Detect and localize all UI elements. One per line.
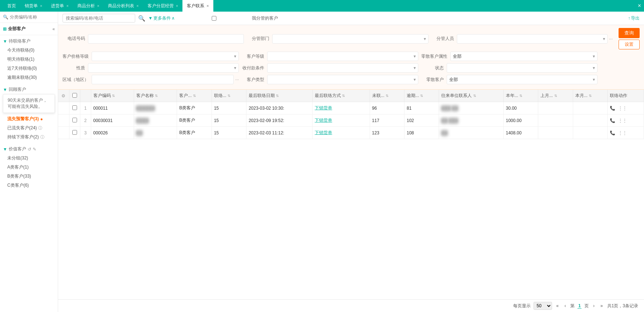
sidebar-search-icon: 🔍 [3,15,8,20]
nav-customer-tier[interactable]: 客户分层经营 × [143,0,182,12]
warning-icon: ● [40,117,43,122]
row-last-method[interactable]: 下销货单 [312,114,370,127]
region-more-btn[interactable]: ··· [235,77,239,82]
sidebar-item-tomorrow-pending[interactable]: 明天待联络(1) [0,55,58,64]
query-button[interactable]: 查询 [619,28,640,38]
nav-sales-order[interactable]: 销货单 × [20,0,47,12]
refresh-icon[interactable]: ↺ [28,147,31,152]
col-settings[interactable]: ⚙ [58,90,69,102]
filter-price-grade-select[interactable]: ▾ [92,52,239,61]
filter-nature-select[interactable]: ▾ [88,63,239,73]
filter-status-select[interactable]: ▾ [447,63,597,73]
col-last-date[interactable]: 最后联络日期 ⇅ [246,90,313,102]
search-button[interactable]: 🔍 [138,15,145,22]
sidebar-item-week-pending[interactable]: 近7天待联络(0) [0,64,58,73]
col-type[interactable]: 客户... ⇅ [177,90,212,102]
col-contact[interactable]: 联络... ⇅ [212,90,246,102]
settings-button[interactable]: 设置 [619,40,640,49]
person-more-btn[interactable]: ··· [609,36,613,41]
export-button[interactable]: ↑ 导出 [628,15,640,21]
sidebar-item-overdue-pending[interactable]: 逾期未联络(30) [0,73,58,82]
row-checkbox[interactable] [72,118,77,122]
sidebar-item-churn-warning[interactable]: 流失预警客户(3) ● [0,114,58,123]
select-all-checkbox[interactable] [72,93,77,98]
sidebar-item-ungrouped[interactable]: 未分组(32) [0,154,58,163]
sidebar-group-review-header[interactable]: ▼ 回顾客户 [0,85,58,94]
more-conditions-button[interactable]: ▼ 更多条件 ∧ [148,15,175,21]
sidebar-item-class-b[interactable]: B类客户(33) [0,172,58,181]
search-input[interactable] [63,14,135,23]
close-customer-tier[interactable]: × [176,4,178,8]
row-last-method[interactable]: 下销货单 [312,102,370,114]
filter-phone-input[interactable] [88,34,244,44]
nav-home[interactable]: 首页 [3,0,20,12]
more-action-icon[interactable]: ⋮⋮ [618,118,627,123]
contact-icon[interactable]: 📞 [610,106,615,111]
sidebar-item-today-pending[interactable]: 今天待联络(0) [0,46,58,55]
collapse-sidebar-icon[interactable]: « [52,27,55,32]
last-page-button[interactable]: » [599,303,604,309]
filter-person-label: 分管人员 [431,36,457,42]
row-last-month [538,127,573,139]
close-purchase-order[interactable]: × [66,4,68,8]
my-customers-checkbox[interactable] [178,16,250,21]
close-product-analysis[interactable]: × [97,4,99,8]
more-action-icon[interactable]: ⋮⋮ [618,106,627,111]
col-overdue[interactable]: 逾期... ⇅ [404,90,439,102]
sidebar-group-pending-header[interactable]: ▼ 待联络客户 [0,37,58,46]
filter-grade-select[interactable]: ▾ [267,52,418,61]
filter-customer-type-select[interactable]: ▾ [267,75,418,84]
sidebar-search-bar: 🔍 [0,12,58,23]
prev-page-button[interactable]: ‹ [563,303,567,309]
more-action-icon[interactable]: ⋮⋮ [618,130,627,135]
nav-purchase-order[interactable]: 进货单 × [47,0,73,12]
sidebar-item-churned[interactable]: 已流失客户(24) ⓘ [0,123,58,133]
col-this-month[interactable]: 本月... ⇅ [573,90,607,102]
sidebar-all-customers[interactable]: ⊞ 全部客户 « [0,23,58,35]
first-page-button[interactable]: « [555,303,560,309]
filter-region-input[interactable] [92,75,234,84]
filter-casual-select[interactable]: 全部 ▾ [447,75,597,84]
col-not-contact[interactable]: 未联... ⇅ [370,90,404,102]
sidebar-item-class-c[interactable]: C类客户(6) [0,181,58,190]
col-last-method[interactable]: 最后联络方式 ⇅ [312,90,370,102]
col-last-month[interactable]: 上月... ⇅ [538,90,573,102]
edit-icon[interactable]: ✎ [33,147,36,152]
sidebar-item-declining[interactable]: 持续下滑客户(2) ⓘ [0,133,58,142]
sort-last-date-icon: ⇅ [276,94,279,98]
table-row: 2 00030031 ████ B类客户 15 2023-02-09 19:52… [58,114,644,127]
row-checkbox[interactable] [72,130,77,135]
per-page-select[interactable]: 50 100 200 [534,302,552,310]
row-last-method[interactable]: 下销货单 [312,127,370,139]
nav-product-analysis[interactable]: 商品分析 × [73,0,104,12]
row-checkbox-cell[interactable] [69,102,80,114]
nav-product-analysis-list[interactable]: 商品分析列表 × [104,0,143,12]
contact-icon[interactable]: 📞 [610,130,615,135]
close-product-analysis-list[interactable]: × [136,4,138,8]
sidebar-group-value-header[interactable]: ▼ 价值客户 ↺ ✎ [0,145,58,154]
sidebar-group-review: ▼ 回顾客户 90天未交易的客户，可能有流失风险。 流失预警客户(3) ● 已流… [0,84,58,143]
col-unit-contact[interactable]: 往来单位联系人 ⇅ [439,90,503,102]
filter-casual-attr-select[interactable]: 全部 ▾ [450,52,597,61]
close-all-icon[interactable]: × [638,3,641,9]
row-checkbox-cell[interactable] [69,127,80,139]
next-page-button[interactable]: › [592,303,596,309]
row-checkbox-cell[interactable] [69,114,80,127]
nav-customer-contact[interactable]: 客户联系 × [182,0,213,12]
row-checkbox[interactable] [72,105,77,110]
col-code[interactable]: 客户编码 ⇅ [91,90,134,102]
data-table-container: ⚙ 客户编码 ⇅ 客户名称 ⇅ 客户... ⇅ 联络... ⇅ 最后联络日期 ⇅… [58,90,644,299]
contact-icon[interactable]: 📞 [610,118,615,123]
payment-chevron-icon: ▾ [414,65,416,70]
my-customers-checkbox-label[interactable]: 我分管的客户 [178,15,278,21]
close-sales-order[interactable]: × [40,4,42,8]
close-customer-contact[interactable]: × [206,4,209,8]
filter-dept-select[interactable]: ▾ [272,34,428,44]
col-this-year[interactable]: 本年... ⇅ [503,90,538,102]
sidebar-item-class-a[interactable]: A类客户(1) [0,163,58,172]
col-checkbox[interactable] [69,90,80,102]
sidebar-search-input[interactable] [10,15,55,20]
filter-payment-select[interactable]: ▾ [267,63,418,73]
filter-person-select[interactable]: ▾ [457,34,608,44]
col-name[interactable]: 客户名称 ⇅ [134,90,177,102]
